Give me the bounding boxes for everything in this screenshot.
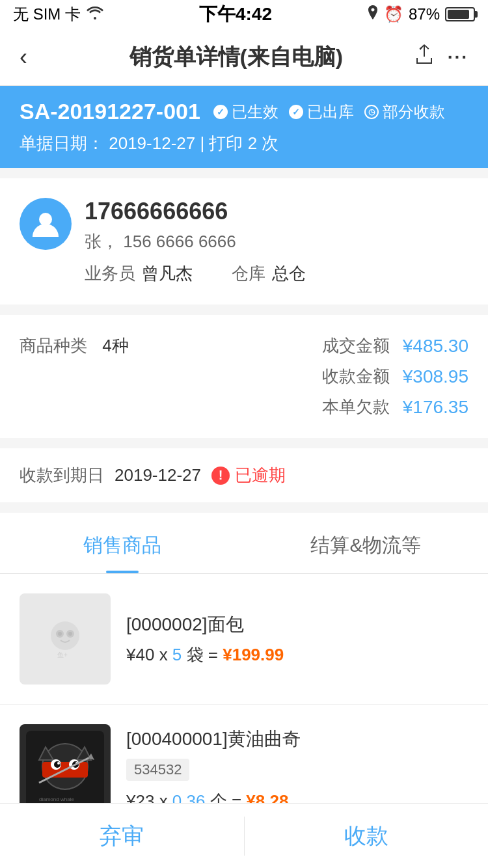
product-info-1: [0000002]面包 ¥40 x 5 袋 = ¥199.99 [126,612,468,666]
salesperson-meta: 业务员 曾凡杰 [85,262,193,285]
product-name-2: [000400001]黄油曲奇 [126,727,468,752]
back-button[interactable]: ‹ [20,44,59,71]
status-right: ⏰ 87% [367,5,475,23]
status-badges: ✓ 已生效 ✓ 已出库 ◷ 部分收款 [213,102,445,122]
nav-bar: ‹ 销货单详情(来自电脑) ··· [0,29,488,86]
page-title: 销货单详情(来自电脑) [129,42,344,72]
svg-text:鱼+: 鱼+ [57,651,68,658]
svg-point-16 [57,762,60,765]
customer-phone: 张， 156 6666 6666 [85,230,468,253]
product-info-2: [000400001]黄油曲奇 534532 ¥23 x 0.36 个 = ¥8… [126,727,468,813]
stats-section: 商品种类 4种 成交金额 ¥485.30 收款金额 ¥308.95 本单欠款 ¥… [0,315,488,438]
tabs-header: 销售商品 结算&物流等 [0,513,488,574]
overdue-icon: ! [211,467,230,485]
stats-right: 成交金额 ¥485.30 收款金额 ¥308.95 本单欠款 ¥176.35 [322,334,468,418]
overdue-badge: ! 已逾期 [211,464,286,487]
customer-name: 17666666666 [85,198,468,225]
confirm-button[interactable]: 收款 [245,808,489,864]
due-section: 收款到期日 2019-12-27 ! 已逾期 [0,448,488,502]
banner-top: SA-20191227-001 ✓ 已生效 ✓ 已出库 ◷ 部分收款 [20,99,468,124]
order-id: SA-20191227-001 [20,99,200,124]
svg-point-1 [51,621,79,650]
stats-left: 商品种类 4种 [20,334,129,364]
status-badge-3: ◷ 部分收款 [364,102,445,122]
product-thumbnail-2: diamond whale [20,724,111,815]
avatar [20,198,72,250]
svg-text:diamond whale: diamond whale [39,796,74,802]
customer-info: 17666666666 张， 156 6666 6666 业务员 曾凡杰 仓库 … [85,198,468,285]
customer-section: 17666666666 张， 156 6666 6666 业务员 曾凡杰 仓库 … [0,178,488,305]
status-badge-1: ✓ 已生效 [213,102,278,122]
svg-point-4 [58,632,62,636]
product-thumbnail-1: 鱼+ [20,593,111,685]
carrier-label: 无 SIM 卡 [13,4,81,25]
clock-icon: ◷ [364,105,379,119]
warehouse-meta: 仓库 总仓 [232,262,306,285]
product-list: 鱼+ [0000002]面包 ¥40 x 5 袋 = ¥199.99 [0,574,488,835]
customer-meta: 业务员 曾凡杰 仓库 总仓 [85,262,468,285]
time-display: 下午4:42 [199,2,272,27]
alarm-icon: ⏰ [384,5,403,23]
status-bar: 无 SIM 卡 下午4:42 ⏰ 87% [0,0,488,29]
more-icon[interactable]: ··· [448,47,468,68]
list-item: 鱼+ [0000002]面包 ¥40 x 5 袋 = ¥199.99 [0,574,488,705]
status-left: 无 SIM 卡 [13,4,104,25]
cancel-button[interactable]: 弃审 [0,808,244,864]
wifi-icon [86,5,104,23]
check-icon-2: ✓ [289,105,303,119]
product-price-1: ¥40 x 5 袋 = ¥199.99 [126,644,468,666]
tab-settlement[interactable]: 结算&物流等 [244,513,488,573]
receipt-amount-row: 收款金额 ¥308.95 [322,365,468,388]
bottom-bar: 弃审 收款 [0,803,488,868]
header-banner: SA-20191227-001 ✓ 已生效 ✓ 已出库 ◷ 部分收款 单据日期：… [0,86,488,168]
deal-amount-row: 成交金额 ¥485.30 [322,334,468,357]
product-tag-2: 534532 [126,759,189,781]
tabs-section: 销售商品 结算&物流等 鱼+ [0000002]面包 [0,513,488,835]
location-icon [367,5,379,23]
due-amount-row: 本单欠款 ¥176.35 [322,396,468,418]
battery-label: 87% [409,5,440,23]
nav-actions: ··· [414,44,468,70]
status-badge-2: ✓ 已出库 [289,102,354,122]
check-icon-1: ✓ [213,105,228,119]
share-icon[interactable] [414,44,435,70]
banner-sub: 单据日期： 2019-12-27 | 打印 2 次 [20,132,468,155]
svg-point-5 [68,632,72,636]
tab-sales-products[interactable]: 销售商品 [0,513,244,573]
svg-point-14 [54,761,61,768]
battery-icon [445,7,475,21]
product-name-1: [0000002]面包 [126,612,468,637]
